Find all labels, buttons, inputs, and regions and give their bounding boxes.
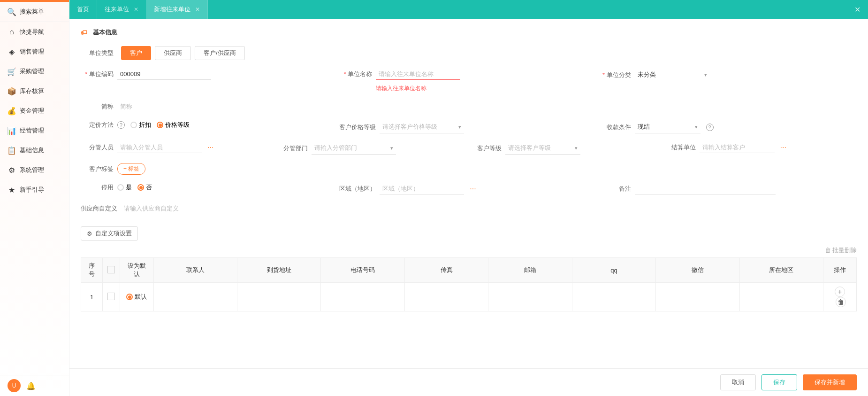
row-contact-input[interactable] [159, 294, 232, 301]
row-wechat-input[interactable] [661, 294, 734, 301]
sidebar-item-system[interactable]: ⚙ 系统管理 [0, 160, 69, 180]
remarks-input[interactable] [635, 183, 776, 194]
sidebar-item-finance[interactable]: 💰 资金管理 [0, 101, 69, 121]
tab-partners-close[interactable]: ✕ [134, 6, 138, 13]
save-button[interactable]: 保存 [761, 374, 797, 390]
settlement-unit-label: 结算单位 [663, 143, 696, 152]
settlement-unit-ellipsis[interactable]: ··· [778, 143, 788, 152]
customer-level-select[interactable]: 请选择客户等级 ▾ [505, 142, 580, 155]
pricing-help-icon[interactable]: ? [117, 121, 125, 129]
tab-bar: 首页 往来单位 ✕ 新增往来单位 ✕ ✕ [69, 0, 868, 19]
cell-address [237, 283, 321, 311]
short-name-input[interactable] [117, 101, 211, 112]
type-btn-customer[interactable]: 客户 [121, 46, 151, 60]
department-select[interactable]: 请输入分管部门 ▾ [312, 142, 396, 155]
customer-price-level-group: 客户价格等级 请选择客户价格等级 ▾ [339, 121, 598, 133]
radio-price-level[interactable]: 价格等级 [157, 121, 190, 129]
payment-help-icon[interactable]: ? [706, 124, 714, 131]
unit-category-select[interactable]: 未分类 ▾ [635, 69, 710, 81]
region-label: 区域（地区） [339, 185, 376, 193]
customer-price-level-select[interactable]: 请选择客户价格等级 ▾ [380, 121, 464, 133]
tab-partners[interactable]: 往来单位 ✕ [97, 0, 146, 19]
col-phone: 电话号码 [321, 258, 404, 283]
row-email-input[interactable] [493, 294, 567, 301]
cancel-button[interactable]: 取消 [720, 374, 756, 390]
manager-row: 分管人员 ··· 分管部门 请输入分管部门 ▾ 客户等级 请选择客户等级 ▾ 结… [81, 142, 857, 155]
row-fax-input[interactable] [410, 294, 483, 301]
sidebar-item-quick-nav[interactable]: ⌂ 快捷导航 [0, 22, 69, 42]
region-ellipsis[interactable]: ··· [468, 185, 478, 193]
region-group: 区域（地区） ··· [339, 183, 598, 194]
col-default: 设为默认 [120, 258, 154, 283]
sidebar-item-search-label: 搜索菜单 [20, 8, 44, 16]
customer-level-group: 客户等级 请选择客户等级 ▾ [469, 142, 663, 155]
cell-email [488, 283, 572, 311]
tab-new-partner[interactable]: 新增往来单位 ✕ [146, 0, 208, 19]
region-input[interactable] [380, 183, 464, 194]
manager-ellipsis[interactable]: ··· [206, 143, 215, 152]
row-delete-button[interactable]: 🗑 [836, 297, 846, 307]
batch-delete-label[interactable]: 批量删除 [832, 247, 857, 254]
department-group: 分管部门 请输入分管部门 ▾ [275, 142, 469, 155]
cell-fax [404, 283, 488, 311]
customer-level-placeholder: 请选择客户等级 [508, 144, 551, 152]
unit-name-input[interactable] [376, 69, 460, 80]
pricing-radio-group: 折扣 价格等级 [130, 121, 190, 129]
operations-icon: 📊 [8, 126, 16, 135]
header-checkbox[interactable] [107, 266, 115, 273]
type-btn-supplier[interactable]: 供应商 [155, 46, 191, 60]
batch-delete-icon: 🗑 [825, 247, 831, 254]
sidebar-item-base-info[interactable]: 📋 基础信息 [0, 140, 69, 160]
row-address-input[interactable] [242, 294, 316, 301]
type-btn-both[interactable]: 客户/供应商 [195, 46, 245, 60]
sidebar-item-guide[interactable]: ★ 新手引导 [0, 180, 69, 200]
unit-code-input[interactable] [117, 69, 211, 80]
col-email: 邮箱 [488, 258, 572, 283]
custom-settings-button[interactable]: ⚙ 自定义项设置 [81, 226, 138, 241]
supplier-custom-input[interactable] [121, 203, 234, 214]
home-icon: ⌂ [8, 28, 16, 36]
short-name-label: 简称 [81, 102, 114, 111]
pricing-row: 定价方法 ? 折扣 价格等级 客户价格等级 请选择客户价格等级 [81, 121, 857, 133]
row-phone-input[interactable] [326, 294, 399, 301]
sidebar-item-inventory[interactable]: 📦 库存核算 [0, 81, 69, 101]
sidebar-item-sales[interactable]: ◈ 销售管理 [0, 42, 69, 62]
cell-wechat [656, 283, 739, 311]
inventory-icon: 📦 [8, 87, 16, 95]
save-new-button[interactable]: 保存并新增 [803, 374, 857, 390]
section-header: 🏷 基本信息 [81, 28, 857, 37]
manager-input[interactable] [117, 142, 202, 153]
settlement-unit-input[interactable] [700, 142, 775, 153]
unit-name-error: 请输入往来单位名称 [376, 85, 426, 93]
section-title: 基本信息 [93, 28, 117, 37]
row-region-input[interactable] [745, 294, 818, 301]
tab-partners-label: 往来单位 [105, 5, 129, 14]
payment-terms-select[interactable]: 现结 ▾ [635, 121, 700, 133]
tab-bar-close-button[interactable]: ✕ [847, 0, 868, 19]
disabled-radio-group: 是 否 [117, 183, 152, 192]
row-checkbox[interactable] [107, 293, 115, 300]
row-add-button[interactable]: + [835, 287, 845, 297]
department-placeholder: 请输入分管部门 [314, 144, 357, 152]
radio-disabled-yes[interactable]: 是 [117, 183, 132, 192]
sidebar-item-operations[interactable]: 📊 经营管理 [0, 121, 69, 140]
row-default-radio[interactable] [126, 294, 133, 300]
radio-discount[interactable]: 折扣 [130, 121, 151, 129]
contact-table: 序号 设为默认 联系人 到货地址 电话号码 传真 邮箱 qq 微信 所在地区 操… [81, 257, 857, 311]
pricing-method-group: 定价方法 ? 折扣 价格等级 [81, 121, 339, 129]
tab-home[interactable]: 首页 [69, 0, 97, 19]
add-tag-button[interactable]: + 标签 [117, 163, 145, 175]
base-info-icon: 📋 [8, 146, 16, 155]
radio-disabled-no[interactable]: 否 [137, 183, 152, 192]
col-check [103, 258, 120, 283]
sidebar-item-search[interactable]: 🔍 搜索菜单 [0, 2, 69, 22]
purchase-icon: 🛒 [8, 67, 16, 76]
department-label: 分管部门 [275, 144, 308, 153]
tab-new-partner-close[interactable]: ✕ [195, 6, 200, 13]
sidebar-avatar: U [8, 379, 21, 392]
row-qq-input[interactable] [577, 294, 651, 301]
sidebar-item-purchase[interactable]: 🛒 采购管理 [0, 62, 69, 81]
search-icon: 🔍 [8, 8, 16, 16]
customer-tag-label: 客户标签 [81, 165, 114, 173]
supplier-custom-label: 供应商自定义 [81, 204, 117, 213]
